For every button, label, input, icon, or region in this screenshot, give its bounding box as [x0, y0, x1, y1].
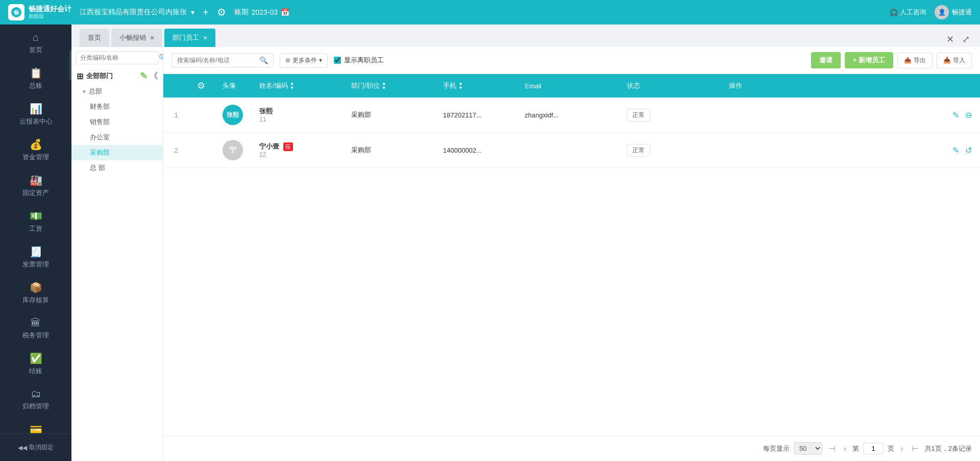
edit-circle-icon[interactable]: ✎ — [140, 70, 148, 82]
tab-home-label: 首页 — [88, 33, 101, 42]
th-avatar: 头像 — [214, 74, 251, 98]
show-resigned-label[interactable]: 显示离职员工 — [334, 56, 384, 65]
sidebar-item-invoice[interactable]: 🧾 发票管理 — [0, 238, 71, 274]
page-prefix: 第 — [852, 444, 859, 453]
row-email-1: zhangxidf... — [517, 98, 619, 133]
per-page-select[interactable]: 50 10 20 100 — [794, 442, 822, 455]
sidebar-item-inventory[interactable]: 📦 库存核算 — [0, 274, 71, 310]
th-mobile[interactable]: 手机 ▲ ▼ — [435, 74, 517, 98]
sidebar-item-checkout[interactable]: ✅ 结账 — [0, 345, 71, 381]
avatar-2: 宁 — [223, 140, 243, 160]
logout-icon-1[interactable]: ⊖ — [965, 110, 972, 120]
dept-node-zongbu[interactable]: ▼ 总部 — [71, 84, 163, 99]
mobile-sort[interactable]: 手机 ▲ ▼ — [443, 81, 508, 90]
export-button[interactable]: 📤 导出 — [897, 53, 933, 68]
add-button[interactable]: + — [203, 7, 209, 18]
salary-icon: 💵 — [30, 210, 42, 222]
scroll-indicator — [69, 50, 71, 81]
employee-code-1: 11 — [259, 116, 335, 123]
dept-node-finance[interactable]: 财务部 — [71, 99, 163, 114]
toolbar-right: 邀请 + 新增员工 📤 导出 📥 导入 — [811, 52, 972, 68]
refresh-icon-2[interactable]: ↺ — [965, 145, 972, 155]
employee-tag-2: 应 — [283, 142, 293, 151]
tab-home[interactable]: 首页 — [80, 29, 109, 47]
employee-table-body: 1 张熙 张熙 11 — [163, 98, 980, 168]
dept-position-sort[interactable]: 部门/职位 ▲ ▼ — [351, 81, 427, 90]
th-email: Email — [517, 74, 619, 98]
page-content: 🔍 ⊞ 全部部门 ✎ 《 ▼ 总部 — [71, 47, 980, 461]
table-header-row: ⚙ 头像 姓名/编码 ▲ — [163, 74, 980, 98]
row-actions-2: ✎ ↺ — [721, 133, 980, 168]
sidebar-item-tax[interactable]: 🏛 税务管理 — [0, 310, 71, 345]
filter-icon: ⊜ — [285, 57, 290, 64]
company-selector[interactable]: 江西服宝精品有限责任公司内账张 ▾ — [80, 8, 194, 17]
service-button[interactable]: 🎧 人工咨询 — [890, 8, 926, 17]
close-dept-tab[interactable]: × — [203, 34, 207, 41]
show-resigned-checkbox[interactable] — [334, 57, 341, 64]
name-code-sort[interactable]: 姓名/编码 ▲ ▼ — [259, 81, 335, 90]
email-value-1: zhangxidf... — [525, 111, 559, 119]
sidebar-item-salary[interactable]: 💵 工资 — [0, 203, 71, 238]
last-page-button[interactable]: ⊢ — [910, 443, 921, 454]
maximize-button[interactable]: ⤢ — [960, 32, 972, 47]
sidebar-scroll: ⌂ 首页 📋 总账 📊 云报表中心 💰 资金管理 🏭 固定资产 💵 工资 — [0, 25, 71, 433]
sidebar-item-reports[interactable]: 📊 云报表中心 — [0, 95, 71, 131]
first-page-button[interactable]: ⊣ — [826, 443, 838, 454]
dept-node-sales[interactable]: 销售部 — [71, 114, 163, 130]
avatar-icon: 👤 — [938, 9, 946, 16]
import-icon: 📥 — [943, 57, 951, 64]
dept-tree: 🔍 ⊞ 全部部门 ✎ 《 ▼ 总部 — [71, 47, 163, 461]
settings-button[interactable]: ⚙ — [217, 6, 226, 18]
all-dept-header[interactable]: ⊞ 全部部门 ✎ 《 — [71, 68, 163, 84]
dept-search-box[interactable]: 🔍 — [76, 51, 159, 64]
sidebar-label-assets: 固定资产 — [22, 188, 49, 198]
add-employee-button[interactable]: + 新增员工 — [845, 52, 893, 68]
user-info[interactable]: 👤 畅捷通 — [935, 5, 972, 19]
column-settings-icon[interactable]: ⚙ — [197, 81, 205, 91]
dept-node-office[interactable]: 办公室 — [71, 130, 163, 145]
expand-triangle: ▼ — [82, 89, 87, 94]
import-button[interactable]: 📥 导入 — [937, 53, 972, 68]
dept-node-purchase[interactable]: 采购部 — [71, 145, 163, 160]
row-mobile-2: 140000002... — [435, 133, 517, 168]
edit-icon-2[interactable]: ✎ — [952, 145, 959, 155]
row-dept-2: 采购部 — [343, 133, 435, 168]
sidebar-item-home[interactable]: ⌂ 首页 — [0, 25, 71, 60]
toolbar: 🔍 ⊜ 更多条件 ▾ 显示离职员工 邀请 + — [163, 47, 980, 74]
dept-node-zongbu2[interactable]: 总 部 — [71, 160, 163, 176]
sidebar-item-funds[interactable]: 💰 资金管理 — [0, 131, 71, 167]
dept-value-2: 采购部 — [351, 146, 371, 154]
employee-search-box[interactable]: 🔍 — [172, 53, 274, 67]
employee-search-input[interactable] — [177, 57, 256, 64]
invite-button[interactable]: 邀请 — [811, 52, 841, 68]
tab-expense[interactable]: 小畅报销 × — [111, 29, 162, 47]
th-dept-position[interactable]: 部门/职位 ▲ ▼ — [343, 74, 435, 98]
sidebar-label-salary: 工资 — [29, 224, 42, 233]
th-settings[interactable]: ⚙ — [189, 74, 214, 98]
sidebar-item-expense[interactable]: 💳 小畅报销 — [0, 416, 71, 433]
chevron-down-icon: ▾ — [319, 57, 322, 64]
dept-search-input[interactable] — [80, 54, 157, 61]
row-avatar-2: 宁 — [214, 133, 251, 168]
tab-dept-employee[interactable]: 部门员工 × — [164, 29, 215, 47]
sidebar-item-ledger[interactable]: 📋 总账 — [0, 60, 71, 95]
next-page-button[interactable]: › — [898, 443, 905, 454]
prev-page-button[interactable]: ‹ — [842, 443, 848, 454]
edit-icon-1[interactable]: ✎ — [952, 110, 959, 120]
employee-code-2: 12 — [259, 151, 335, 158]
sidebar-item-archive[interactable]: 🗂 归档管理 — [0, 381, 71, 416]
page-number-input[interactable] — [863, 443, 884, 454]
period-value: 2023-03 — [252, 8, 278, 16]
user-avatar: 👤 — [935, 5, 949, 19]
more-filters-button[interactable]: ⊜ 更多条件 ▾ — [280, 53, 328, 68]
close-window-button[interactable]: ✕ — [944, 32, 956, 47]
sidebar: ⌂ 首页 📋 总账 📊 云报表中心 💰 资金管理 🏭 固定资产 💵 工资 — [0, 25, 71, 461]
cancel-fixed-button[interactable]: ◀◀ 取消固定 — [0, 439, 71, 456]
th-name-code[interactable]: 姓名/编码 ▲ ▼ — [251, 74, 343, 98]
calendar-icon[interactable]: 📅 — [281, 8, 289, 16]
close-expense-tab[interactable]: × — [150, 34, 154, 41]
tab-expense-label: 小畅报销 — [119, 33, 146, 42]
collapse-icon[interactable]: 《 — [150, 71, 158, 82]
sidebar-item-assets[interactable]: 🏭 固定资产 — [0, 167, 71, 203]
dept-label-zongbu2: 总 部 — [90, 163, 105, 173]
